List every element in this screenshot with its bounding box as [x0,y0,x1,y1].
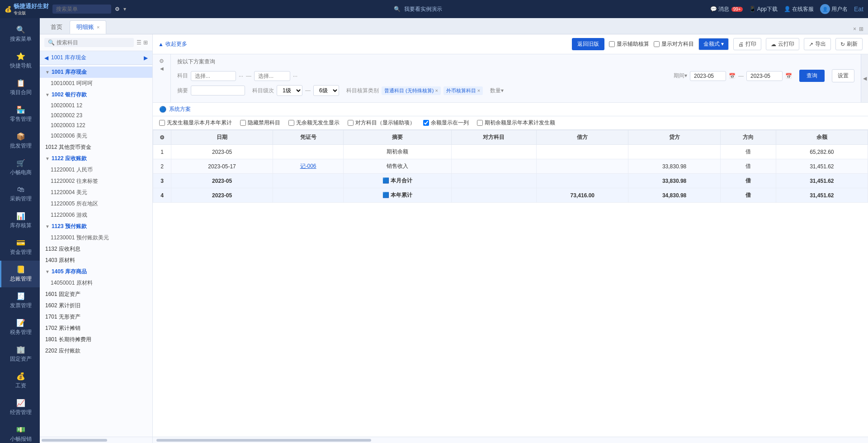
tree-node-14050001[interactable]: 14050001 原材料 [40,277,152,289]
tree-node-1801[interactable]: 1801 长期待摊费用 [40,334,152,345]
cb-period-balance[interactable]: 期初余额显示年本累计发生额 [477,119,555,127]
tree-node-1602[interactable]: 1602 累计折旧 [40,300,152,311]
tree-search-input[interactable] [57,39,130,46]
refresh-btn[interactable]: ↻ 刷新 [835,38,863,50]
sidebar-item-operations[interactable]: 📈 经营管理 [0,394,40,421]
tree-node-1001[interactable]: ▼ 1001 库存现金 [40,67,152,78]
tag-foreign-close[interactable]: × [477,88,480,93]
filter-collapse-btn[interactable]: ◀ [861,54,868,102]
tree-node-11220004[interactable]: 11220004 美元 [40,187,152,198]
query-btn[interactable]: 查询 [799,70,825,82]
tab-close-icon[interactable]: × [97,24,99,30]
tree-node-10020002[interactable]: 10020002 23 [40,110,152,120]
topbar-search-input[interactable] [52,5,111,14]
tree-node-1601[interactable]: 1601 固定资产 [40,289,152,300]
tree-filter-icon[interactable]: ⊞ [143,39,148,46]
sidebar-item-quicknav[interactable]: ⭐ 快捷导航 [0,48,40,74]
tree-node-11220001[interactable]: 11220001 人民币 [40,164,152,176]
tree-node-1405[interactable]: ▼ 1405 库存商品 [40,266,152,277]
show-contra-checkbox[interactable]: 显示对方科目 [654,40,694,48]
tree-node-11220006[interactable]: 11220006 游戏 [40,210,152,221]
tree-node-1002[interactable]: ▼ 1002 银行存款 [40,89,152,100]
cb-show-contra[interactable]: 对方科目（显示辅助项） [348,119,415,127]
cb-hide-disabled-input[interactable] [240,120,246,126]
tab-ledger[interactable]: 明细账 × [70,20,106,34]
user-btn[interactable]: 👤 用户名 [820,4,848,14]
cb-period-balance-input[interactable] [477,120,483,126]
show-aux-input[interactable] [609,41,615,47]
sidebar-item-ledger[interactable]: 📒 总账管理 [0,261,40,287]
subject-filter-input-to[interactable] [254,71,290,81]
cb-no-balance-input[interactable] [288,120,294,126]
period-from-input[interactable] [690,71,726,81]
online-service-btn[interactable]: 👤 在线客服 [784,5,814,13]
sidebar-item-sales-report[interactable]: 💵 小畅报销 [0,421,40,443]
sidebar-item-ecommerce[interactable]: 🛒 小畅电商 [0,154,40,181]
sidebar-item-wholesale[interactable]: 📦 批发管理 [0,128,40,154]
show-contra-input[interactable] [654,41,660,47]
sidebar-item-assets[interactable]: 🏢 固定资产 [0,341,40,367]
money-format-btn[interactable]: 金额式 ▾ [698,38,729,50]
subject-filter-input[interactable] [191,71,236,81]
voucher-link-2[interactable]: 记-006 [300,163,316,169]
tree-node-11220005[interactable]: 11220005 所在地区 [40,198,152,210]
cb-no-balance[interactable]: 无余额无发生显示 [288,119,340,127]
tree-scrollbar-thumb[interactable] [42,439,107,442]
selected-account-next-icon[interactable]: ▶ [144,55,148,61]
subject-more-icon[interactable]: ··· [239,73,243,79]
show-aux-checkbox[interactable]: 显示辅助核算 [609,40,649,48]
tree-node-1123[interactable]: ▼ 1123 预付账款 [40,221,152,232]
sidebar-item-capital[interactable]: 💳 资金管理 [0,234,40,261]
tab-home[interactable]: 首页 [44,20,69,34]
cb-no-occur-input[interactable] [159,120,165,126]
sidebar-item-search[interactable]: 🔍 搜索菜单 [0,21,40,48]
cb-balance-one-col[interactable]: 余额显示在一列 [423,119,469,127]
tree-list-icon[interactable]: ☰ [137,39,142,46]
app-download-btn[interactable]: 📱 App下载 [749,5,778,13]
tree-node-1122[interactable]: ▼ 1122 应收账款 [40,153,152,164]
sidebar-item-purchase[interactable]: 🛍 采购管理 [0,181,40,207]
tree-node-10010001[interactable]: 10010001 呵呵呵 [40,78,152,89]
subject-more-icon-2[interactable]: ··· [293,73,297,79]
tree-node-1132[interactable]: 1132 应收利息 [40,243,152,255]
topbar-settings-icon[interactable]: ⚙ [115,6,120,12]
expand-btn[interactable]: ▲ 收起更多 [158,40,187,48]
cb-balance-one-col-input[interactable] [423,120,429,126]
sidebar-item-tax[interactable]: 📝 税务管理 [0,314,40,341]
level-to-select[interactable]: 6级5级4级 [313,85,339,96]
window-close-icon[interactable]: × [853,26,856,32]
tree-node-11220002[interactable]: 11220002 往来标签 [40,176,152,187]
tree-node-10020001[interactable]: 10020001 12 [40,100,152,110]
tree-node-10020003[interactable]: 10020003 122 [40,120,152,130]
tree-node-11230001[interactable]: 11230001 预付账款美元 [40,232,152,243]
settings-btn[interactable]: 设置 [832,69,854,82]
system-scheme-btn[interactable]: 系统方案 [169,105,191,113]
cb-no-occur[interactable]: 无发生额显示本月本年累计 [159,119,232,127]
message-btn[interactable]: 💬 消息 99+ [710,5,743,13]
scheme-collapse-icon[interactable]: ◀ [160,66,164,71]
tree-scrollbar[interactable] [40,437,152,443]
cb-hide-disabled[interactable]: 隐藏禁用科目 [240,119,280,127]
bottom-scrollbar-thumb[interactable] [156,439,371,442]
tree-node-2202[interactable]: 2202 应付账款 [40,345,152,357]
level-from-select[interactable]: 1级2级3级 [277,85,302,96]
sidebar-item-project[interactable]: 📋 项目合同 [0,74,40,101]
col-settings-icon[interactable]: ⚙ [160,134,165,141]
sidebar-item-invoice[interactable]: 🧾 发票管理 [0,287,40,314]
tag-normal-close[interactable]: × [435,88,438,93]
sidebar-item-inventory[interactable]: 📊 库存核算 [0,207,40,234]
scheme-setting-icon[interactable]: ⚙ [159,58,164,64]
period-to-input[interactable] [746,71,783,81]
sidebar-item-retail[interactable]: 🏪 零售管理 [0,101,40,128]
tree-node-10020006[interactable]: 10020006 美元 [40,130,152,142]
topbar-dropdown-icon[interactable]: ▾ [123,6,126,12]
topbar-demo-link[interactable]: 🔍 我要看实例演示 [394,5,442,13]
tree-node-1012[interactable]: 1012 其他货币资金 [40,142,152,153]
cloud-print-btn[interactable]: ☁ 云打印 [766,38,799,50]
bottom-scrollbar[interactable] [153,437,868,443]
tree-node-1403[interactable]: 1403 原材料 [40,255,152,266]
selected-account[interactable]: ◀ 1001 库存现金 ▶ [40,51,152,65]
tree-node-1702[interactable]: 1702 累计摊销 [40,323,152,334]
cb-show-contra-input[interactable] [348,120,354,126]
sidebar-item-salary[interactable]: 💰 工资 [0,367,40,394]
